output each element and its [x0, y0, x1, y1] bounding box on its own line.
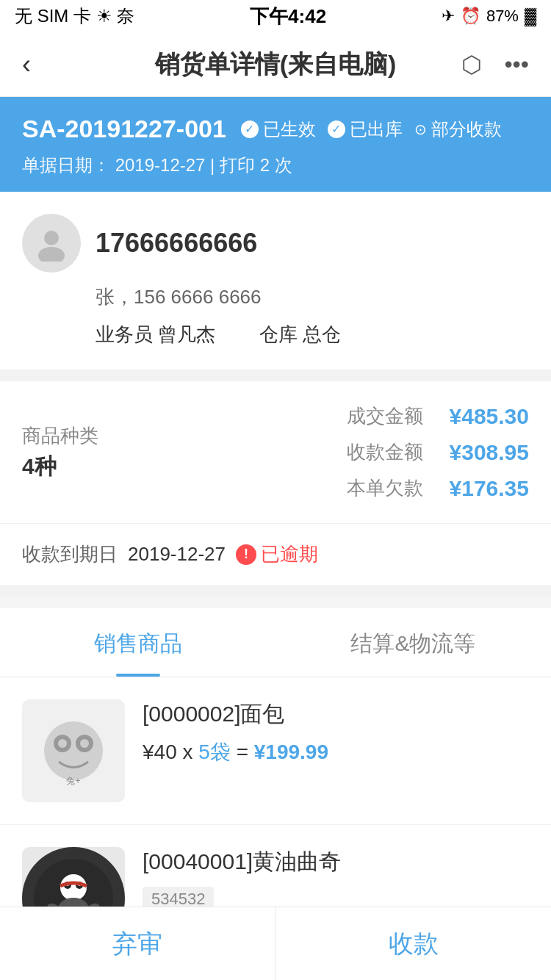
- amount-row-debt: 本单欠款 ¥176.35: [347, 475, 529, 501]
- order-header-banner: SA-20191227-001 ✓ 已生效 ✓ 已出库 ⊙ 部分收款 单据日期：…: [0, 97, 551, 192]
- customer-avatar: [22, 214, 81, 273]
- signal-text: 无 SIM 卡 ☀ 奈: [15, 4, 134, 28]
- kind-value: 4种: [22, 452, 98, 482]
- nav-bar: ‹ 销货单详情(来自电脑) ⬡ •••: [0, 32, 551, 97]
- warehouse-label: 仓库: [259, 323, 298, 345]
- check-icon-activated: ✓: [241, 120, 259, 138]
- warehouse-name-value: 总仓: [303, 323, 341, 345]
- banner-date-row: 单据日期： 2019-12-27 | 打印 2 次: [22, 154, 529, 177]
- tab-settlement-label: 结算&物流等: [350, 631, 475, 655]
- sales-name-value: 曾凡杰: [158, 323, 215, 345]
- tab-sales-products-label: 销售商品: [94, 631, 182, 655]
- status-badges: ✓ 已生效 ✓ 已出库 ⊙ 部分收款: [241, 118, 502, 141]
- back-button[interactable]: ‹: [15, 42, 38, 87]
- sales-info: 业务员 曾凡杰: [96, 322, 215, 347]
- due-date-section: 收款到期日 2019-12-27 ! 已逾期: [0, 523, 551, 585]
- divider-2: [0, 585, 551, 597]
- kind-label: 商品种类: [22, 423, 98, 449]
- tabs-section: 销售商品 结算&物流等: [0, 608, 551, 677]
- abandon-review-button[interactable]: 弃审: [0, 907, 276, 980]
- amount-value-debt: ¥176.35: [441, 476, 529, 501]
- list-item: 兔+ [0000002]面包 ¥40 x 5袋 = ¥199.99: [0, 677, 551, 825]
- page-title: 销货单详情(来自电脑): [155, 48, 397, 82]
- amount-row-deal: 成交金额 ¥485.30: [347, 403, 529, 429]
- svg-point-5: [58, 739, 67, 748]
- badge-shipped: ✓ 已出库: [328, 118, 403, 141]
- customer-name: 张，156 6666 6666: [22, 284, 529, 310]
- due-date-value: 2019-12-27: [128, 543, 226, 566]
- product-name-cookie: [00040001]黄油曲奇: [143, 847, 529, 877]
- more-icon[interactable]: •••: [504, 51, 529, 78]
- badge-partial: ⊙ 部分收款: [414, 118, 502, 141]
- tabs-bar: 销售商品 结算&物流等: [0, 608, 551, 677]
- battery-icon: ▓: [525, 7, 536, 26]
- customer-id: 17666666666: [96, 228, 257, 259]
- summary-grid: 商品种类 4种 成交金额 ¥485.30 收款金额 ¥308.95 本单欠款 ¥…: [22, 403, 529, 501]
- bread-image: 兔+: [37, 714, 110, 788]
- summary-left: 商品种类 4种: [22, 403, 98, 501]
- product-name-bread: [0000002]面包: [143, 699, 529, 729]
- amount-value-deal: ¥485.30: [441, 404, 529, 429]
- date-label: 单据日期：: [22, 155, 110, 175]
- status-left: 无 SIM 卡 ☀ 奈: [15, 4, 134, 28]
- customer-row: 17666666666: [22, 214, 529, 273]
- bread-total: ¥199.99: [254, 741, 328, 763]
- svg-point-1: [38, 247, 65, 262]
- amount-label-deal: 成交金额: [347, 403, 423, 429]
- banner-row-main: SA-20191227-001 ✓ 已生效 ✓ 已出库 ⊙ 部分收款: [22, 115, 529, 143]
- svg-text:兔+: 兔+: [66, 776, 80, 786]
- tab-settlement[interactable]: 结算&物流等: [276, 608, 551, 677]
- nav-actions: ⬡ •••: [461, 51, 529, 79]
- customer-section: 17666666666 张，156 6666 6666 业务员 曾凡杰 仓库 总…: [0, 192, 551, 370]
- battery-text: 87%: [486, 7, 519, 26]
- badge-partial-text: 部分收款: [431, 118, 502, 141]
- bread-multiply: x: [183, 741, 199, 763]
- due-label: 收款到期日: [22, 541, 118, 567]
- product-price-bread: ¥40 x 5袋 = ¥199.99: [143, 738, 529, 766]
- svg-point-9: [60, 874, 87, 901]
- collect-payment-button[interactable]: 收款: [276, 907, 552, 980]
- amount-value-received: ¥308.95: [441, 440, 529, 465]
- customer-meta: 业务员 曾凡杰 仓库 总仓: [22, 322, 529, 347]
- product-details-bread: [0000002]面包 ¥40 x 5袋 = ¥199.99: [143, 699, 529, 802]
- svg-point-2: [44, 721, 103, 780]
- divider-1: [0, 370, 551, 381]
- clock-icon: ⊙: [414, 120, 427, 138]
- status-bar: 无 SIM 卡 ☀ 奈 下午4:42 ✈ ⏰ 87% ▓: [0, 0, 551, 32]
- tab-sales-products[interactable]: 销售商品: [0, 608, 276, 677]
- product-image-bread: 兔+: [22, 699, 125, 802]
- share-icon[interactable]: ⬡: [461, 51, 482, 79]
- warehouse-info: 仓库 总仓: [259, 322, 341, 347]
- amount-label-debt: 本单欠款: [347, 475, 423, 501]
- time-display: 下午4:42: [250, 4, 326, 29]
- order-date: 2019-12-27: [115, 155, 206, 175]
- badge-activated-text: 已生效: [263, 118, 316, 141]
- location-icon: ✈: [442, 7, 455, 26]
- amount-row-received: 收款金额 ¥308.95: [347, 439, 529, 465]
- sales-label: 业务员: [96, 323, 153, 345]
- alarm-icon: ⏰: [461, 7, 480, 26]
- badge-shipped-text: 已出库: [350, 118, 403, 141]
- status-right: ✈ ⏰ 87% ▓: [442, 7, 536, 26]
- print-info: | 打印 2 次: [210, 155, 292, 175]
- svg-point-6: [80, 739, 89, 748]
- overdue-icon: !: [236, 544, 256, 565]
- bread-equals: =: [237, 741, 254, 763]
- svg-point-0: [44, 231, 59, 245]
- amount-label-received: 收款金额: [347, 439, 423, 465]
- person-icon: [33, 225, 70, 262]
- bread-qty: 5袋: [198, 741, 231, 763]
- order-id: SA-20191227-001: [22, 115, 226, 143]
- overdue-text: 已逾期: [261, 541, 318, 567]
- summary-section: 商品种类 4种 成交金额 ¥485.30 收款金额 ¥308.95 本单欠款 ¥…: [0, 381, 551, 523]
- bottom-bar: 弃审 收款: [0, 907, 551, 980]
- badge-activated: ✓ 已生效: [241, 118, 316, 141]
- summary-right: 成交金额 ¥485.30 收款金额 ¥308.95 本单欠款 ¥176.35: [347, 403, 529, 501]
- overdue-badge: ! 已逾期: [236, 541, 318, 567]
- bread-price: ¥40: [143, 741, 177, 763]
- check-icon-shipped: ✓: [328, 120, 345, 138]
